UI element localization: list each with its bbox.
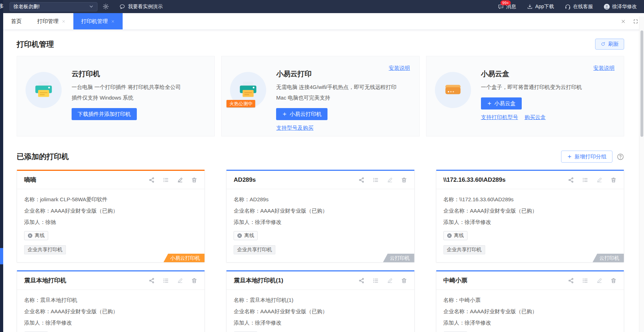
promo-body: 小易云打印 无需电脑 连接4G/wifi/手机热点，即可无线远程打印 Mac 电… — [276, 67, 410, 136]
user-menu[interactable]: 徐泽华修改 — [604, 4, 637, 10]
edit-icon[interactable] — [387, 177, 393, 183]
printer-card-body: 名称：AD289s 企业名称：AAAA好业财专业版（已购） 添加人：徐泽华修改 … — [226, 189, 414, 254]
download-plugin-button[interactable]: 下载插件并添加打印机 — [72, 108, 137, 120]
promo-line: 一个盒子，即可将普通打印机变为云打印机 — [481, 84, 615, 91]
vertical-scrollbar[interactable] — [639, 16, 644, 332]
tab-print-management[interactable]: 打印管理 — [29, 13, 73, 29]
field-value: AD289s — [250, 196, 268, 203]
share-icon[interactable] — [568, 277, 574, 284]
promo-line: 一台电脑 一个打印插件 将打印机共享给全公司 — [72, 84, 206, 91]
field-value: 徐泽华修改 — [45, 320, 72, 326]
gear-icon[interactable] — [102, 3, 109, 10]
share-icon[interactable] — [358, 177, 365, 183]
printer-card-title: 嘀嘀 — [24, 176, 149, 184]
promo-body: 小易云盒 一个盒子，即可将普通打印机变为云打印机 小易云盒 支持打印机型号 购买… — [481, 67, 615, 136]
delete-icon[interactable] — [191, 177, 197, 183]
tabbar: 首页 打印管理 打印机管理 — [3, 13, 644, 29]
printer-card: \\172.16.33.60\AD289s 名称：\\172.16.33.60\… — [436, 170, 624, 263]
field-label: 添加人： — [234, 219, 255, 226]
tab-close-icon[interactable] — [111, 19, 115, 23]
fullscreen-icon[interactable] — [633, 19, 638, 24]
printer-card-header: \\172.16.33.60\AD289s — [436, 171, 624, 189]
delete-icon[interactable] — [401, 177, 407, 183]
demo-link[interactable]: 我要看实例演示 — [119, 4, 163, 10]
cloud-print-device-icon — [237, 79, 259, 101]
edit-icon[interactable] — [177, 277, 183, 284]
field-label: 添加人： — [443, 320, 465, 326]
field-value: 徐泽华修改 — [465, 219, 491, 226]
printer-card-header: AD289s — [226, 171, 414, 189]
tab-printer-management[interactable]: 打印机管理 — [73, 13, 123, 29]
list-icon[interactable] — [373, 277, 379, 284]
printer-type-ribbon: 小易云打印机 — [163, 254, 205, 262]
printer-card-actions — [358, 177, 407, 183]
promo-icon-wrap — [26, 72, 62, 108]
field-value: AAAA好业财专业版（已购） — [470, 308, 537, 315]
messages-button[interactable]: 99+ 消息 — [498, 4, 516, 10]
field-label: 企业名称： — [24, 308, 51, 315]
list-icon[interactable] — [163, 177, 169, 183]
tab-close-icon[interactable] — [62, 19, 66, 23]
field-value: 中崎小票 — [459, 297, 481, 304]
offline-icon — [447, 233, 452, 238]
field-label: 添加人： — [443, 219, 465, 226]
install-guide-link[interactable]: 安装说明 — [389, 65, 410, 72]
tab-home[interactable]: 首页 — [3, 13, 29, 29]
printer-card-body: 名称：震旦本地打印机 企业名称：AAAA好业财专业版（已购） 添加人：徐泽华修改… — [17, 290, 205, 332]
list-icon[interactable] — [373, 177, 379, 183]
install-guide-link[interactable]: 安装说明 — [593, 65, 615, 72]
delete-icon[interactable] — [401, 277, 407, 284]
shared-printer-tag: 企业共享打印机 — [24, 245, 66, 254]
field-label: 添加人： — [24, 320, 45, 326]
list-icon[interactable] — [582, 177, 588, 183]
refresh-button[interactable]: 刷新 — [595, 39, 624, 50]
edit-icon[interactable] — [177, 177, 183, 183]
share-icon[interactable] — [358, 277, 365, 284]
delete-icon[interactable] — [191, 277, 197, 284]
app-download-button[interactable]: App下载 — [527, 4, 554, 10]
supported-models-link[interactable]: 支持型号及购买 — [276, 125, 313, 131]
field-value: 震旦本地打印机 — [40, 297, 77, 304]
field-value: AAAA好业财专业版（已购） — [51, 308, 118, 315]
hot-beta-badge: 火热公测中 — [226, 100, 255, 107]
close-all-tabs-icon[interactable] — [621, 19, 626, 24]
buy-cloud-box-link[interactable]: 购买云盒 — [525, 114, 546, 121]
button-label: 下载插件并添加打印机 — [78, 111, 131, 118]
refresh-icon — [600, 41, 606, 47]
delete-icon[interactable] — [610, 177, 617, 183]
list-icon[interactable] — [582, 277, 588, 284]
cloud-box-icon — [442, 79, 464, 101]
printer-card: 中崎小票 名称：中崎小票 企业名称：AAAA好业财专业版（已购） 添加人：徐泽华… — [436, 270, 624, 332]
company-select[interactable]: 徐老板勿删! — [10, 2, 97, 11]
button-label: 小易云盒 — [494, 100, 516, 107]
printer-card-actions — [568, 277, 617, 284]
promo-card-xiaoyi-cloud-print: 安装说明 火热公测中 小易云打印 无需电脑 连接4G/wifi/手机热点，即可无… — [221, 56, 419, 136]
help-icon[interactable] — [617, 153, 624, 161]
field-label: 企业名称： — [443, 208, 470, 214]
edit-icon[interactable] — [387, 277, 393, 284]
offline-icon — [237, 233, 242, 238]
shared-printer-tag: 企业共享打印机 — [443, 245, 485, 254]
button-label: 新增打印分组 — [575, 153, 606, 160]
edit-icon[interactable] — [596, 177, 603, 183]
share-icon[interactable] — [149, 177, 155, 183]
app-logo: 财 — [0, 3, 3, 10]
add-cloud-printer-button[interactable]: 小易云打印机 — [276, 108, 327, 120]
printer-card-title: 震旦本地打印机(1) — [234, 276, 358, 285]
list-icon[interactable] — [163, 277, 169, 284]
customer-service-button[interactable]: 在线客服 — [565, 4, 593, 10]
scrollbar-thumb[interactable] — [640, 30, 643, 137]
edit-icon[interactable] — [596, 277, 603, 284]
supported-printer-models-link[interactable]: 支持打印机型号 — [481, 114, 518, 121]
printer-card-header: 震旦本地打印机 — [17, 271, 205, 290]
tab-label: 打印管理 — [37, 18, 58, 25]
add-cloud-box-button[interactable]: 小易云盒 — [481, 97, 522, 109]
printer-card-title: \\172.16.33.60\AD289s — [443, 176, 568, 184]
share-icon[interactable] — [568, 177, 574, 183]
delete-icon[interactable] — [610, 277, 617, 284]
promo-body: 云打印机 一台电脑 一个打印插件 将打印机共享给全公司 插件仅支持 Window… — [72, 67, 206, 136]
printer-card-actions — [149, 277, 197, 284]
add-print-group-button[interactable]: 新增打印分组 — [561, 151, 612, 163]
share-icon[interactable] — [149, 277, 155, 284]
collapsed-sidebar[interactable]: 财 — [0, 0, 3, 332]
